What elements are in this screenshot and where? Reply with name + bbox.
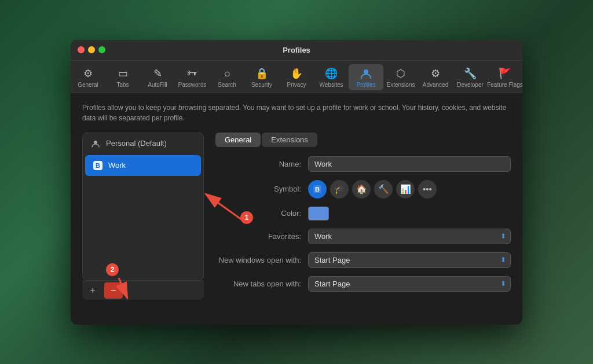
personal-profile-name: Personal (Default) <box>106 139 167 148</box>
extensions-icon: ⬡ <box>394 67 408 80</box>
detail-tab-bar: General Extensions <box>215 133 511 147</box>
new-windows-label: New windows open with: <box>215 256 308 264</box>
color-field-row: Color: <box>215 207 511 220</box>
toolbar-item-general[interactable]: ⚙ General <box>71 64 105 90</box>
toolbar-item-websites[interactable]: 🌐 Websites <box>314 64 349 90</box>
preferences-toolbar: ⚙ General ▭ Tabs ✎ AutoFill 🗝 Passwords … <box>71 61 522 93</box>
svg-point-1 <box>94 141 97 144</box>
tabs-icon: ▭ <box>116 67 130 80</box>
search-icon: ⌕ <box>220 67 234 80</box>
detail-panel: General Extensions Name: Symbol: <box>215 133 511 300</box>
maximize-button[interactable] <box>98 46 105 53</box>
name-input[interactable] <box>308 156 511 172</box>
add-profile-button[interactable]: + <box>83 282 102 299</box>
new-windows-select-wrapper: Start Page <box>308 252 511 268</box>
name-field-value <box>308 156 511 172</box>
security-icon: 🔒 <box>255 67 269 80</box>
new-tabs-field-row: New tabs open with: Start Page <box>215 276 511 292</box>
symbol-btn-more[interactable]: ••• <box>418 180 437 198</box>
toolbar-item-search[interactable]: ⌕ Search <box>210 64 244 90</box>
feature-flags-icon: 🚩 <box>498 67 512 80</box>
window-title: Profiles <box>283 46 310 54</box>
profiles-toolbar-buttons: + − <box>82 281 204 300</box>
tab-general[interactable]: General <box>215 133 261 147</box>
new-tabs-select[interactable]: Start Page <box>308 276 511 292</box>
general-icon: ⚙ <box>81 67 95 80</box>
toolbar-item-security[interactable]: 🔒 Security <box>244 64 279 90</box>
new-windows-field-row: New windows open with: Start Page <box>215 252 511 268</box>
symbol-btn-graduation[interactable]: 🎓 <box>330 180 349 198</box>
symbol-label: Symbol: <box>215 185 308 193</box>
preferences-window: Profiles ⚙ General ▭ Tabs ✎ AutoFill 🗝 P… <box>71 40 522 325</box>
name-field-row: Name: <box>215 156 511 172</box>
autofill-icon: ✎ <box>151 67 164 80</box>
remove-profile-button[interactable]: − <box>104 282 123 299</box>
privacy-icon: ✋ <box>290 67 303 80</box>
description-text: Profiles allow you to keep your browsing… <box>82 102 511 123</box>
favorites-label: Favorites: <box>215 232 308 241</box>
new-tabs-label: New tabs open with: <box>215 280 308 288</box>
name-label: Name: <box>215 160 308 168</box>
new-tabs-select-wrapper: Start Page <box>308 276 511 292</box>
traffic-lights <box>78 46 105 53</box>
symbol-picker: B 🎓 🏠 🔨 📊 ••• <box>308 180 511 198</box>
color-swatch[interactable] <box>308 207 329 220</box>
developer-icon: 🔧 <box>463 67 477 80</box>
advanced-icon: ⚙ <box>429 67 442 80</box>
symbol-btn-chart[interactable]: 📊 <box>396 180 415 198</box>
toolbar-item-tabs[interactable]: ▭ Tabs <box>105 64 140 90</box>
tab-extensions[interactable]: Extensions <box>262 133 317 147</box>
content-area: Profiles allow you to keep your browsing… <box>71 93 522 325</box>
favorites-field-row: Favorites: Work <box>215 229 511 244</box>
work-profile-icon: B <box>92 160 104 171</box>
toolbar-item-advanced[interactable]: ⚙ Advanced <box>418 64 453 90</box>
profile-item-personal[interactable]: Personal (Default) <box>83 133 203 154</box>
minimize-button[interactable] <box>88 46 95 53</box>
websites-icon: 🌐 <box>324 67 338 80</box>
toolbar-item-feature-flags[interactable]: 🚩 Feature Flags <box>488 64 522 90</box>
toolbar-item-autofill[interactable]: ✎ AutoFill <box>140 64 175 90</box>
favorites-select[interactable]: Work <box>308 229 511 244</box>
svg-text:B: B <box>315 186 320 193</box>
toolbar-item-extensions[interactable]: ⬡ Extensions <box>383 64 418 90</box>
toolbar-item-developer[interactable]: 🔧 Developer <box>453 64 488 90</box>
symbol-field-row: Symbol: B 🎓 🏠 🔨 <box>215 180 511 198</box>
toolbar-item-privacy[interactable]: ✋ Privacy <box>279 64 314 90</box>
favorites-select-wrapper: Work <box>308 229 511 244</box>
title-bar: Profiles <box>71 40 522 61</box>
color-label: Color: <box>215 209 308 218</box>
toolbar-item-profiles[interactable]: Profiles <box>349 64 383 90</box>
profiles-panel: Personal (Default) B Work <box>82 133 204 300</box>
color-field-value <box>308 207 511 220</box>
svg-point-0 <box>364 69 368 74</box>
personal-profile-icon <box>90 138 101 149</box>
symbol-btn-home[interactable]: 🏠 <box>352 180 371 198</box>
close-button[interactable] <box>78 46 85 53</box>
main-layout: Personal (Default) B Work <box>82 133 511 300</box>
work-profile-name: Work <box>108 161 126 170</box>
profile-item-work[interactable]: B Work <box>85 155 201 176</box>
symbol-btn-tools[interactable]: 🔨 <box>374 180 393 198</box>
profiles-icon <box>359 67 373 80</box>
passwords-icon: 🗝 <box>185 67 199 80</box>
new-windows-select[interactable]: Start Page <box>308 252 511 268</box>
svg-text:B: B <box>96 162 100 169</box>
profiles-list: Personal (Default) B Work <box>82 133 204 281</box>
symbol-btn-briefcase[interactable]: B <box>308 180 327 198</box>
toolbar-item-passwords[interactable]: 🗝 Passwords <box>175 64 210 90</box>
